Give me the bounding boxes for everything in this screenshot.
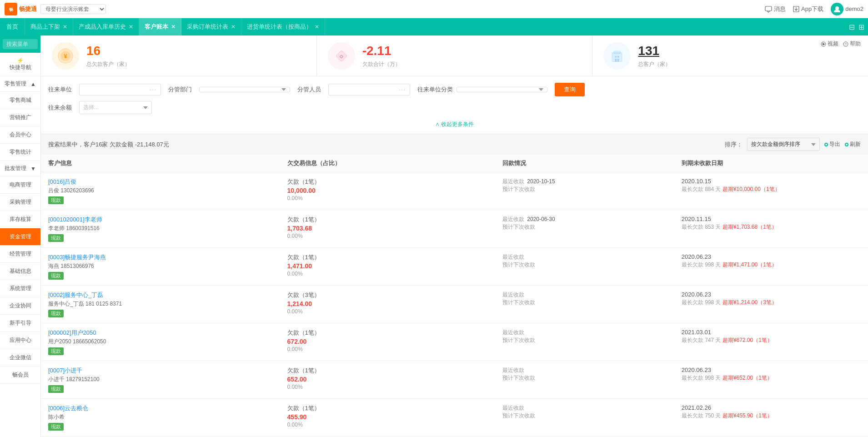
refresh-btn[interactable]: 刷新 [845, 141, 861, 148]
app-download-btn[interactable]: App下载 [793, 5, 823, 13]
sidebar-item-collaboration[interactable]: 企业协同 [0, 297, 40, 315]
sidebar-item-system[interactable]: 系统管理 [0, 280, 40, 297]
tab-goods-stats-close[interactable]: ✕ [315, 24, 319, 30]
filter-area: 往来单位 ··· 分管部门 分管人员 [41, 76, 868, 134]
video-btn[interactable]: 视频 [821, 40, 838, 48]
overdue-link-4[interactable]: 超期¥1,214.00（3笔） [722, 299, 777, 306]
sidebar-item-ecommerce[interactable]: 电商管理 [0, 176, 40, 194]
export-btn[interactable]: 导出 [824, 141, 840, 148]
filter-select-dept[interactable] [199, 87, 290, 92]
tab-purchase-order[interactable]: 采购订单统计表 ✕ [181, 18, 241, 35]
cell-due-5: 2021.03.01 最长欠款 747 天 超期¥672.00（1笔） [682, 329, 861, 344]
avatar [831, 3, 843, 15]
sidebar-item-basic-info[interactable]: 基础信息 [0, 263, 40, 280]
collapse-bar[interactable]: ∧ 收起更多条件 [48, 119, 861, 130]
message-btn[interactable]: 消息 [765, 5, 786, 13]
customer-link-5[interactable]: [000002]用户2050 [48, 329, 96, 336]
filter-item-unit: 往来单位 ··· [48, 84, 161, 95]
content-area: ¥ 16 总欠款客户（家） ◇ -2.11 欠款合计 [41, 35, 868, 437]
customer-phone-5: 用户2050 18665062050 [48, 338, 287, 346]
table-row: [0003]畅捷服务尹海燕 海燕 18513066976 现款 欠款（1笔） 1… [41, 248, 868, 286]
cell-payback-2: 最近收款 2020-06-30 预计下次收款 [502, 216, 682, 231]
stat-label-1: 总欠款客户（家） [86, 60, 130, 68]
sidebar-item-guide[interactable]: 新手引导 [0, 315, 40, 332]
tab-bar: 首页 商品上下架 ✕ 产成品入库单历史 ✕ 客户账本 ✕ 采购订单统计表 ✕ 进… [0, 18, 868, 35]
svg-rect-16 [617, 59, 619, 61]
sidebar-item-retail-mall[interactable]: 零售商城 [0, 92, 40, 109]
stat-content-2: -2.11 欠款合计（万） [362, 43, 401, 68]
customer-link-3[interactable]: [0003]畅捷服务尹海燕 [48, 254, 106, 261]
customer-phone-3: 海燕 18513066976 [48, 262, 287, 270]
filter-select-balance[interactable]: 选择... [79, 101, 152, 114]
tab-product-listing-close[interactable]: ✕ [63, 24, 67, 30]
company-selector[interactable]: 母婴行业演示账套 [40, 4, 106, 14]
filter-item-dept: 分管部门 [168, 85, 290, 94]
customer-link-7[interactable]: [0006]云去粮仓 [48, 405, 88, 412]
sidebar-item-retail-stats[interactable]: 零售统计 [0, 144, 40, 161]
sidebar-item-wechat[interactable]: 企业微信 [0, 349, 40, 367]
stat-value-3: 131 [638, 43, 671, 59]
cell-debt-3: 欠款（1笔） 1,471.00 0.00% [287, 253, 502, 277]
customer-link-2[interactable]: [0001020001]李老师 [48, 216, 102, 223]
results-bar: 搜索结果中，客户16家 欠款金额 -21,148.07元 排序： 按欠款金额倒序… [41, 134, 868, 155]
tab-maximize-btn[interactable]: ⊞ [858, 23, 864, 31]
tab-minimize-btn[interactable]: ⊟ [849, 23, 855, 31]
svg-rect-14 [617, 56, 619, 58]
tab-finished-goods[interactable]: 产成品入库单历史 ✕ [73, 18, 139, 35]
tab-product-listing[interactable]: 商品上下架 ✕ [25, 18, 73, 35]
cell-payback-7: 最近收款 预计下次收款 [502, 404, 682, 420]
search-button[interactable]: 查询 [555, 83, 585, 96]
cell-customer-4: [0002]服务中心_丁磊 服务中心_丁磊 181 0125 8371 现款 [48, 291, 287, 317]
tab-customer-account[interactable]: 客户账本 ✕ [139, 18, 181, 35]
cell-debt-5: 欠款（1笔） 672.00 0.00% [287, 329, 502, 352]
cell-customer-7: [0006]云去粮仓 陈小希 现款 [48, 404, 287, 431]
tab-bar-controls: ⊟ ⊞ [849, 23, 868, 31]
sidebar-item-member[interactable]: 会员中心 [0, 126, 40, 144]
sidebar-item-purchase[interactable]: 采购管理 [0, 194, 40, 211]
sidebar-item-marketing[interactable]: 营销推广 [0, 109, 40, 126]
tab-goods-stats[interactable]: 进货单统计表（按商品） ✕ [241, 18, 325, 35]
overdue-link-5[interactable]: 超期¥672.00（1笔） [722, 337, 773, 343]
filter-input-person[interactable]: ··· [328, 84, 410, 95]
overdue-link-2[interactable]: 超期¥1,703.68（1笔） [722, 224, 777, 230]
filter-select-category[interactable] [457, 87, 547, 92]
customer-link-6[interactable]: [0007]小进千 [48, 367, 82, 374]
sort-select[interactable]: 按欠款金额倒序排序 [747, 138, 820, 151]
sidebar-item-quick-nav[interactable]: ⚡ 快捷导航 [0, 53, 40, 76]
cell-payback-1: 最近收款 2020-10-15 预计下次收款 [502, 178, 682, 193]
overdue-link-3[interactable]: 超期¥1,471.00（1笔） [722, 261, 777, 268]
filter-row-1: 往来单位 ··· 分管部门 分管人员 [48, 83, 861, 96]
filter-input-unit[interactable]: ··· [79, 84, 161, 95]
table-header: 客户信息 欠交易信息（占比） 回款情况 到期未收款日期 [41, 155, 868, 172]
tab-purchase-order-close[interactable]: ✕ [231, 24, 236, 30]
stat-card-total-customers: 131 总客户（家） 视频 ? 帮助 [592, 35, 868, 76]
cell-customer-2: [0001020001]李老师 李老师 18600391516 现款 [48, 216, 287, 242]
stat-value-2: -2.11 [362, 43, 401, 59]
overdue-link-6[interactable]: 超期¥652.00（1笔） [722, 375, 773, 381]
stat-label-2: 欠款合计（万） [362, 60, 401, 68]
cell-customer-1: [0016]吕俊 吕俊 13026203696 现款 [48, 178, 287, 204]
col-header-customer: 客户信息 [48, 159, 287, 167]
customer-link-1[interactable]: [0016]吕俊 [48, 178, 76, 185]
sidebar-item-wholesale-mgmt[interactable]: 批发管理 ▼ [0, 161, 40, 176]
sidebar-item-finance[interactable]: 资金管理 [0, 228, 40, 246]
customer-link-4[interactable]: [0002]服务中心_丁磊 [48, 291, 103, 298]
cell-payback-6: 最近收款 预计下次收款 [502, 367, 682, 382]
overdue-link-1[interactable]: 超期¥10,000.00（1笔） [722, 186, 780, 192]
sidebar-item-operation[interactable]: 经营管理 [0, 246, 40, 263]
cell-debt-7: 欠款（1笔） 455.90 0.00% [287, 404, 502, 428]
tab-customer-account-close[interactable]: ✕ [171, 24, 176, 30]
sidebar-item-app-center[interactable]: 应用中心 [0, 332, 40, 349]
sidebar-item-inventory[interactable]: 库存核算 [0, 211, 40, 228]
table-row: [0001020001]李老师 李老师 18600391516 现款 欠款（1笔… [41, 210, 868, 248]
help-btn[interactable]: ? 帮助 [843, 40, 861, 48]
sidebar-search-input[interactable] [3, 39, 38, 49]
sidebar-item-membership[interactable]: 畅会员 [0, 367, 40, 384]
sidebar-item-retail-mgmt[interactable]: 零售管理 ▲ [0, 76, 40, 92]
overdue-link-7[interactable]: 超期¥455.90（1笔） [722, 412, 773, 419]
tab-finished-goods-close[interactable]: ✕ [129, 24, 133, 30]
top-header: 畅 畅捷通 母婴行业演示账套 消息 App下载 demo2 [0, 0, 868, 18]
svg-rect-2 [765, 6, 772, 11]
user-avatar[interactable]: demo2 [831, 3, 863, 15]
tab-home[interactable]: 首页 [0, 18, 25, 35]
